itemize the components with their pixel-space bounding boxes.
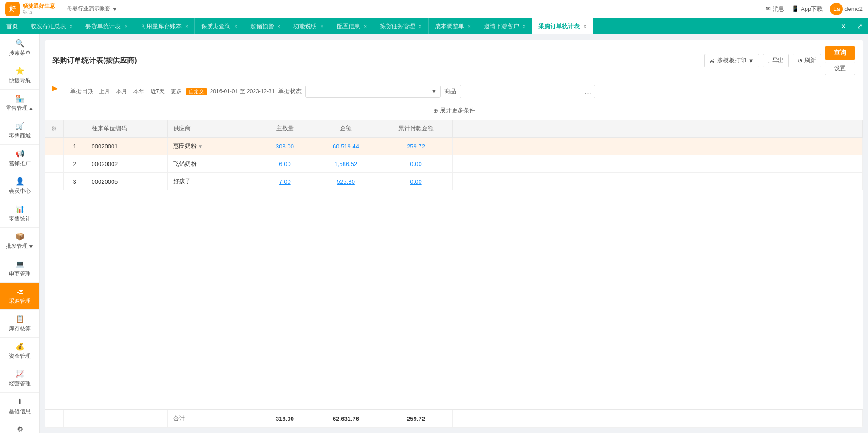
sidebar-label-basic-info: 基础信息 [9,408,31,415]
print-icon: 🖨 [709,57,715,64]
tab-chengben[interactable]: 成本调整单 × [429,18,477,34]
date-shortcut-7days[interactable]: 近7天 [149,87,166,96]
td-paid-3[interactable]: 0.00 [380,173,452,190]
mobile-icon: 📱 [792,5,799,12]
th-settings: ⚙ [45,120,63,138]
td-settings-3 [45,173,63,190]
sidebar-item-basic-info[interactable]: ℹ 基础信息 [0,393,39,420]
status-dropdown[interactable]: ▼ [305,86,441,98]
tab-chaochu[interactable]: 超储预警 × [244,18,287,34]
tab-shoufacun[interactable]: 收发存汇总表 × [24,18,79,34]
close-keyongliang-icon[interactable]: × [185,24,188,29]
td-amount-1[interactable]: 60,519.44 [312,138,380,155]
td-amount-3[interactable]: 525.80 [312,173,380,190]
refresh-button[interactable]: ↺ 刷新 [793,54,821,67]
tab-peizhi[interactable]: 配置信息 × [330,18,373,34]
close-peizhi-icon[interactable]: × [364,24,367,29]
close-chaochu-icon[interactable]: × [278,24,280,29]
user-area[interactable]: Ea demo2 [830,3,863,15]
close-caigou-icon[interactable]: × [583,24,586,29]
export-button[interactable]: ↓ 导出 [763,54,789,67]
sidebar-item-retail-mgmt[interactable]: 🏪 零售管理 ▲ [0,90,39,117]
print-button[interactable]: 🖨 按模板打印 ▼ [704,54,759,67]
date-custom-badge[interactable]: 自定义 [186,88,207,95]
td-qty-1[interactable]: 303.00 [258,138,312,155]
tab-home[interactable]: 首页 [0,18,24,34]
expand-icon: ⊕ [433,107,438,114]
workspace-selector[interactable]: 母婴行业演示账套 ▼ [67,5,118,13]
close-gongneng-icon[interactable]: × [321,24,323,29]
app-download-btn[interactable]: 📱 App下载 [792,5,823,13]
footer-label-cell: 合计 [167,410,258,428]
settings-button[interactable]: 设置 [825,62,855,75]
sidebar-label-retail-shop: 零售商城 [9,132,31,140]
tab-yaoqing[interactable]: 邀请下游客户 × [477,18,532,34]
marketing-icon: 📢 [15,149,24,158]
sidebar-item-wholesale[interactable]: 📦 批发管理 ▼ [0,228,39,255]
td-amount-2[interactable]: 1,586.52 [312,155,380,173]
date-from[interactable]: 2016-01-01 [210,88,238,95]
goods-input[interactable]: … [460,85,595,98]
nav-restore-btn[interactable]: ⤢ [852,18,868,34]
td-qty-2[interactable]: 6.00 [258,155,312,173]
date-shortcut-lastmonth[interactable]: 上月 [97,87,112,96]
tab-baozhi[interactable]: 保质期查询 × [195,18,244,34]
message-btn[interactable]: ✉ 消息 [766,5,784,13]
sidebar-label-marketing: 营销推广 [9,160,31,167]
sidebar-item-inventory[interactable]: 📋 库存核算 [0,310,39,338]
td-paid-2[interactable]: 0.00 [380,155,452,173]
finance-icon: 💰 [15,342,24,351]
footer-extra-cell [452,410,863,428]
nav-close-all-btn[interactable]: ✕ [835,18,852,34]
sidebar-item-member[interactable]: 👤 会员中心 [0,172,39,200]
date-shortcut-thisyear[interactable]: 本年 [132,87,146,96]
query-button[interactable]: 查询 [825,46,855,60]
logo-area: 好 畅捷通好生意 标版 母婴行业演示账套 ▼ [5,2,118,16]
td-no-1: 1 [63,138,86,155]
sidebar-item-purchase[interactable]: 🛍 采购管理 [0,283,39,310]
td-no-3: 3 [63,173,86,190]
close-yaohuo-icon[interactable]: × [124,24,127,29]
sidebar-label-quicknav: 快捷导航 [9,77,31,85]
close-chengben-icon[interactable]: × [468,24,471,29]
sidebar-label-ecommerce: 电商管理 [9,270,31,278]
tab-caigou-active[interactable]: 采购订单统计表 × [532,18,593,34]
export-icon: ↓ [768,57,771,64]
logo-icon: 好 [5,2,20,16]
date-to[interactable]: 2023-12-31 [247,88,274,95]
td-qty-3[interactable]: 7.00 [258,173,312,190]
sidebar-item-system[interactable]: ⚙ 系统管理 [0,420,39,433]
page-title: 采购订单统计表(按供应商) [52,56,137,66]
footer-settings-cell [45,410,63,428]
tab-jianhuo[interactable]: 拣货任务管理 × [373,18,428,34]
th-paid: 累计付款金额 [380,120,452,138]
sidebar-item-finance[interactable]: 💰 资金管理 [0,338,39,365]
supplier-expand-icon-1[interactable]: ▼ [198,144,203,149]
close-baozhi-icon[interactable]: × [234,24,237,29]
td-paid-1[interactable]: 259.72 [380,138,452,155]
sidebar-item-quicknav[interactable]: ⭐ 快捷导航 [0,62,39,90]
date-shortcut-thismonth[interactable]: 本月 [114,87,129,96]
expand-more-btn[interactable]: ⊕ 展开更多条件 [429,105,479,116]
close-jianhuo-icon[interactable]: × [419,24,421,29]
close-shoufacun-icon[interactable]: × [70,24,72,29]
sidebar-item-ecommerce[interactable]: 💻 电商管理 [0,255,39,283]
retail-shop-icon: 🛒 [15,122,24,130]
nav-tabs-right: ✕ ⤢ [835,18,868,34]
goods-more-icon[interactable]: … [584,87,591,95]
logo-text: 畅捷通好生意 [23,3,55,9]
filter-toggle-icon[interactable]: ▶ [52,85,57,92]
date-shortcut-more[interactable]: 更多 [169,87,184,96]
tab-keyongliang[interactable]: 可用量库存账本 × [134,18,195,34]
sidebar-item-retail-shop[interactable]: 🛒 零售商城 [0,117,39,145]
sidebar-item-search[interactable]: 🔍 搜索菜单 [0,34,39,62]
sidebar-item-marketing[interactable]: 📢 营销推广 [0,145,39,172]
close-yaoqing-icon[interactable]: × [523,24,525,29]
column-settings-icon[interactable]: ⚙ [51,125,57,132]
sidebar-item-operation[interactable]: 📈 经营管理 [0,365,39,393]
tab-yaohuo[interactable]: 要货单统计表 × [79,18,134,34]
sidebar-item-retail-stat[interactable]: 📊 零售统计 [0,200,39,228]
top-header: 好 畅捷通好生意 标版 母婴行业演示账套 ▼ ✉ 消息 📱 App下载 Ea d… [0,0,868,18]
tab-gongneng[interactable]: 功能说明 × [287,18,330,34]
sidebar-label-search: 搜索菜单 [9,49,31,57]
